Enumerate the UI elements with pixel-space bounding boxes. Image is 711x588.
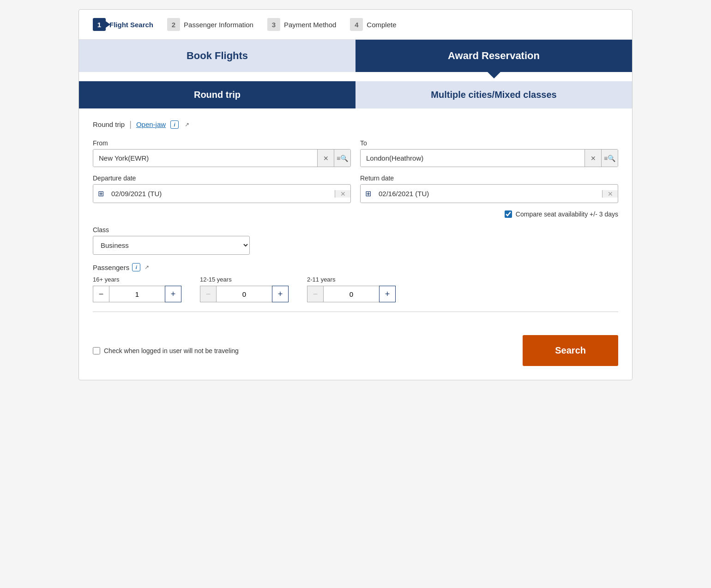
to-clear-button[interactable]: ✕ [584, 150, 601, 167]
tab-multiple-cities[interactable]: Multiple cities/Mixed classes [356, 81, 632, 108]
trip-type-bar: Round trip Multiple cities/Mixed classes [79, 81, 632, 108]
departure-field-group: Departure date ⊞ ✕ [93, 174, 351, 203]
tab-bar: Book Flights Award Reservation [79, 40, 632, 72]
return-calendar-icon: ⊞ [361, 185, 376, 203]
from-clear-button[interactable]: ✕ [317, 150, 334, 167]
passenger-group-child: 2-11 years − + [307, 276, 396, 302]
step-bar: 1 Flight Search 2 Passenger Information … [79, 10, 632, 40]
teen-input[interactable] [217, 286, 272, 302]
from-input[interactable] [93, 150, 317, 167]
passengers-label: Passengers i ↗ [93, 263, 618, 271]
main-container: 1 Flight Search 2 Passenger Information … [78, 9, 633, 380]
compare-label: Compare seat availability +/- 3 days [516, 210, 618, 218]
class-label: Class [93, 226, 618, 234]
adult-input[interactable] [109, 286, 165, 302]
child-label: 2-11 years [307, 276, 396, 283]
step-2-label: Passenger Information [184, 21, 253, 29]
class-select[interactable]: Economy Premium Economy Business First [93, 236, 250, 255]
from-search-button[interactable]: ≡🔍 [334, 150, 350, 167]
step-3: 3 Payment Method [267, 18, 336, 31]
passenger-group-adult: 16+ years − + [93, 276, 181, 302]
compare-checkbox[interactable] [505, 210, 512, 218]
tab-book-flights[interactable]: Book Flights [79, 40, 356, 72]
tab-round-trip[interactable]: Round trip [79, 81, 356, 108]
step-1: 1 Flight Search [93, 18, 153, 31]
adult-plus-button[interactable]: + [165, 286, 181, 302]
return-input[interactable] [376, 185, 602, 202]
child-stepper: − + [307, 286, 396, 302]
step-3-label: Payment Method [284, 21, 336, 29]
passengers-info-icon[interactable]: i [132, 263, 140, 271]
from-field-group: From ✕ ≡🔍 [93, 139, 351, 167]
return-label: Return date [360, 174, 618, 182]
separator: | [129, 120, 132, 129]
departure-clear-button[interactable]: ✕ [335, 190, 350, 198]
compare-row: Compare seat availability +/- 3 days [93, 210, 618, 218]
adult-stepper: − + [93, 286, 181, 302]
passengers-ext-link-icon[interactable]: ↗ [143, 264, 151, 271]
open-jaw-external-link-icon[interactable]: ↗ [183, 121, 191, 128]
trip-option-roundtrip-label: Round trip [93, 120, 125, 128]
return-input-wrapper: ⊞ ✕ [360, 184, 618, 203]
departure-input-wrapper: ⊞ ✕ [93, 184, 351, 203]
to-input[interactable] [361, 150, 584, 167]
departure-label: Departure date [93, 174, 351, 182]
adult-minus-button[interactable]: − [93, 286, 109, 302]
from-label: From [93, 139, 351, 147]
teen-label: 12-15 years [200, 276, 289, 283]
teen-stepper: − + [200, 286, 289, 302]
from-input-wrapper: ✕ ≡🔍 [93, 149, 351, 167]
teen-minus-button[interactable]: − [200, 286, 217, 302]
return-field-group: Return date ⊞ ✕ [360, 174, 618, 203]
date-row: Departure date ⊞ ✕ Return date ⊞ ✕ [93, 174, 618, 203]
to-search-button[interactable]: ≡🔍 [601, 150, 618, 167]
child-plus-button[interactable]: + [379, 286, 396, 302]
not-traveling-group: Check when logged in user will not be tr… [93, 347, 239, 354]
departure-calendar-icon: ⊞ [93, 185, 108, 203]
adult-label: 16+ years [93, 276, 181, 283]
bottom-row: Check when logged in user will not be tr… [79, 330, 632, 380]
step-4-number: 4 [350, 18, 363, 31]
departure-input[interactable] [108, 185, 335, 202]
step-3-number: 3 [267, 18, 280, 31]
search-button[interactable]: Search [523, 335, 618, 366]
step-2-number: 2 [167, 18, 180, 31]
teen-plus-button[interactable]: + [272, 286, 289, 302]
divider [93, 312, 618, 312]
to-input-wrapper: ✕ ≡🔍 [360, 149, 618, 167]
passengers-section: Passengers i ↗ 16+ years − + 12-15 years [93, 263, 618, 302]
child-input[interactable] [324, 286, 379, 302]
form-area: Round trip | Open-jaw i ↗ From ✕ ≡🔍 To ✕ [79, 108, 632, 330]
step-1-number: 1 [93, 18, 106, 31]
passenger-group-teen: 12-15 years − + [200, 276, 289, 302]
step-2: 2 Passenger Information [167, 18, 253, 31]
not-traveling-checkbox[interactable] [93, 347, 100, 354]
step-4-label: Complete [367, 21, 396, 29]
child-minus-button[interactable]: − [307, 286, 324, 302]
passengers-row: 16+ years − + 12-15 years − + [93, 276, 618, 302]
to-field-group: To ✕ ≡🔍 [360, 139, 618, 167]
step-4: 4 Complete [350, 18, 396, 31]
trip-options: Round trip | Open-jaw i ↗ [93, 120, 618, 129]
tab-award-reservation[interactable]: Award Reservation [356, 40, 632, 72]
class-row: Class Economy Premium Economy Business F… [93, 226, 618, 255]
open-jaw-link[interactable]: Open-jaw [136, 120, 166, 128]
return-clear-button[interactable]: ✕ [602, 190, 618, 198]
step-1-label: Flight Search [109, 21, 153, 29]
open-jaw-info-icon[interactable]: i [170, 120, 179, 129]
from-to-row: From ✕ ≡🔍 To ✕ ≡🔍 [93, 139, 618, 167]
not-traveling-label: Check when logged in user will not be tr… [104, 347, 239, 354]
to-label: To [360, 139, 618, 147]
